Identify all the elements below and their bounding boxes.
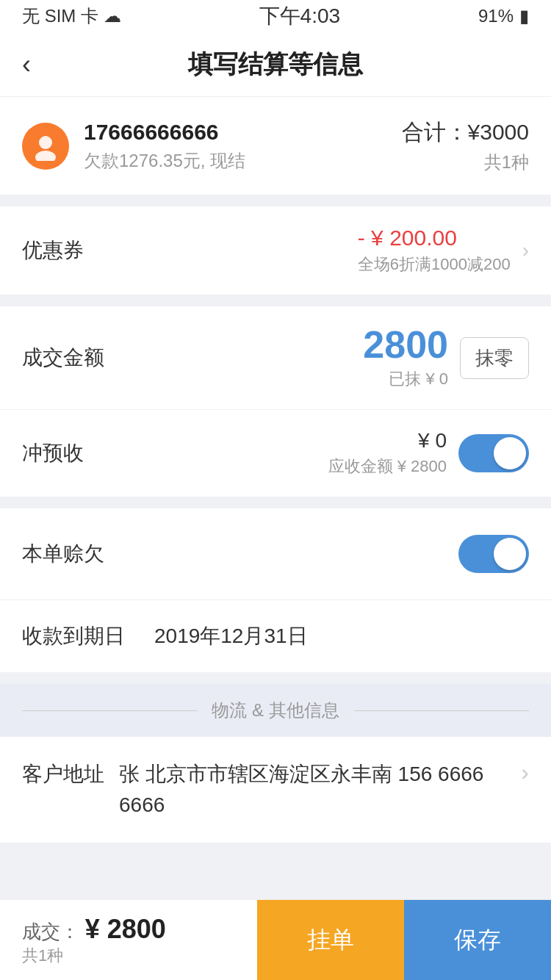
transaction-row: 成交金额 2800 已抹 ¥ 0 抹零 xyxy=(0,306,551,410)
nav-bar: ‹ 填写结算等信息 xyxy=(0,32,551,97)
debit-section: 本单赊欠 收款到期日 2019年12月31日 xyxy=(0,508,551,672)
save-button[interactable]: 保存 xyxy=(404,900,551,980)
address-row[interactable]: 客户地址 张 北京市市辖区海淀区永丰南 156 6666 6666 › xyxy=(0,737,551,843)
battery-text: 91% xyxy=(478,6,514,26)
status-right: 91% ▮ xyxy=(478,6,529,26)
coupon-right: - ¥ 200.00 全场6折满1000减200 › xyxy=(358,226,529,275)
back-button[interactable]: ‹ xyxy=(22,49,31,80)
avatar xyxy=(22,123,69,170)
customer-info: 17666666666 欠款1276.35元, 现结 xyxy=(84,120,245,173)
transaction-sub: 已抹 ¥ 0 xyxy=(363,368,448,390)
transaction-section: 成交金额 2800 已抹 ¥ 0 抹零 冲预收 ¥ 0 应收金额 ¥ 2800 xyxy=(0,306,551,497)
customer-phone: 17666666666 xyxy=(84,120,245,145)
transaction-amount: 2800 xyxy=(363,325,448,364)
coupon-desc: 全场6折满1000减200 xyxy=(358,253,511,275)
coupon-value-group: - ¥ 200.00 全场6折满1000减200 xyxy=(358,226,511,275)
prepay-row: 冲预收 ¥ 0 应收金额 ¥ 2800 xyxy=(0,410,551,497)
logistics-line-right xyxy=(354,710,529,711)
total-count: 共1种 xyxy=(402,151,529,174)
due-date-label: 收款到期日 xyxy=(22,622,125,650)
address-label: 客户地址 xyxy=(22,759,104,788)
chevron-right-icon: › xyxy=(522,239,529,262)
customer-left: 17666666666 欠款1276.35元, 现结 xyxy=(22,120,245,173)
total-amount: 合计：¥3000 xyxy=(402,118,529,148)
amount-display: 2800 已抹 ¥ 0 xyxy=(363,325,448,390)
address-chevron-icon: › xyxy=(521,759,529,786)
coupon-value: - ¥ 200.00 xyxy=(358,226,511,251)
bottom-bar: 成交： ¥ 2800 共1种 挂单 保存 xyxy=(0,899,551,980)
logistics-line-left xyxy=(22,710,197,711)
bottom-summary-label: 成交： xyxy=(22,920,79,943)
status-time: 下午4:03 xyxy=(259,2,341,30)
coupon-row[interactable]: 优惠券 - ¥ 200.00 全场6折满1000减200 › xyxy=(0,206,551,295)
transaction-right: 2800 已抹 ¥ 0 抹零 xyxy=(363,325,529,390)
coupon-label: 优惠券 xyxy=(22,237,84,264)
prepay-sub: 应收金额 ¥ 2800 xyxy=(328,455,447,478)
customer-right: 合计：¥3000 共1种 xyxy=(402,118,529,174)
prepay-amount: ¥ 0 xyxy=(328,429,447,453)
no-sim-text: 无 SIM 卡 ☁ xyxy=(22,4,121,28)
bottom-amount: ¥ 2800 xyxy=(85,914,166,944)
prepay-toggle[interactable] xyxy=(458,434,529,472)
coupon-section: 优惠券 - ¥ 200.00 全场6折满1000减200 › xyxy=(0,206,551,295)
status-left: 无 SIM 卡 ☁ xyxy=(22,4,121,28)
address-value: 张 北京市市辖区海淀区永丰南 156 6666 6666 xyxy=(119,759,506,821)
bottom-label-row: 成交： ¥ 2800 xyxy=(22,914,235,945)
bottom-summary: 成交： ¥ 2800 共1种 xyxy=(0,900,257,980)
debit-label: 本单赊欠 xyxy=(22,540,104,568)
logistics-header: 物流 & 其他信息 xyxy=(0,684,551,737)
prepay-amount-group: ¥ 0 应收金额 ¥ 2800 xyxy=(328,429,447,478)
logistics-text: 物流 & 其他信息 xyxy=(212,699,339,722)
suspend-button[interactable]: 挂单 xyxy=(257,900,404,980)
bottom-count: 共1种 xyxy=(22,945,235,967)
battery-icon: ▮ xyxy=(519,6,529,26)
due-date-value: 2019年12月31日 xyxy=(154,622,308,650)
due-date-row: 收款到期日 2019年12月31日 xyxy=(0,600,551,672)
prepay-label: 冲预收 xyxy=(22,439,84,467)
customer-debt: 欠款1276.35元, 现结 xyxy=(84,149,245,173)
prepay-right: ¥ 0 应收金额 ¥ 2800 xyxy=(328,429,529,478)
page-title: 填写结算等信息 xyxy=(188,48,363,82)
customer-card: 17666666666 欠款1276.35元, 现结 合计：¥3000 共1种 xyxy=(0,97,551,195)
svg-point-1 xyxy=(35,151,56,161)
transaction-label: 成交金额 xyxy=(22,344,104,372)
svg-point-0 xyxy=(39,136,52,149)
debit-row: 本单赊欠 xyxy=(0,508,551,600)
status-bar: 无 SIM 卡 ☁ 下午4:03 91% ▮ xyxy=(0,0,551,32)
debit-toggle[interactable] xyxy=(458,535,529,573)
round-button[interactable]: 抹零 xyxy=(460,337,529,379)
main-content: 17666666666 欠款1276.35元, 现结 合计：¥3000 共1种 … xyxy=(0,97,551,980)
